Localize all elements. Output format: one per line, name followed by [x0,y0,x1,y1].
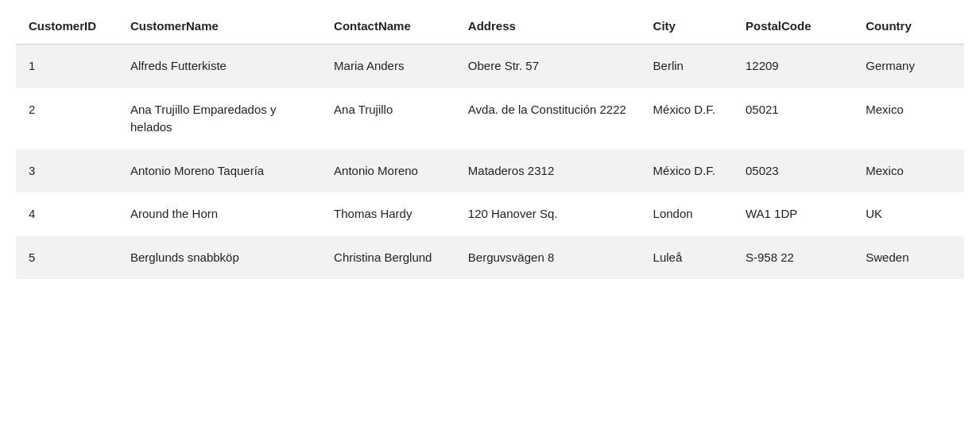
cell-city: México D.F. [641,149,733,193]
col-header-city: City [641,8,733,45]
cell-country: UK [853,192,964,236]
cell-customername: Around the Horn [118,192,321,236]
col-header-country: Country [853,8,964,45]
cell-contactname: Thomas Hardy [321,192,455,236]
cell-contactname: Ana Trujillo [321,88,455,149]
cell-customerid: 3 [16,149,118,193]
cell-customerid: 4 [16,192,118,236]
cell-customername: Berglunds snabbköp [118,236,321,280]
col-header-customerid: CustomerID [16,8,118,45]
cell-postalcode: 12209 [733,45,853,88]
cell-address: Obere Str. 57 [455,45,641,88]
cell-country: Mexico [853,149,964,193]
cell-city: London [641,192,733,236]
cell-address: Berguvsvägen 8 [455,236,641,280]
cell-postalcode: S-958 22 [733,236,853,280]
cell-address: 120 Hanover Sq. [455,192,641,236]
col-header-contactname: ContactName [321,8,455,45]
cell-customerid: 5 [16,236,118,280]
table-row: 1Alfreds FutterkisteMaria AndersObere St… [16,45,964,88]
table-row: 3Antonio Moreno TaqueríaAntonio MorenoMa… [16,149,964,193]
cell-country: Mexico [853,88,964,149]
cell-postalcode: 05021 [733,88,853,149]
table-row: 5Berglunds snabbköpChristina BerglundBer… [16,236,964,280]
cell-country: Sweden [853,236,964,280]
customers-table: CustomerID CustomerName ContactName Addr… [16,8,964,279]
cell-customerid: 1 [16,45,118,88]
cell-postalcode: WA1 1DP [733,192,853,236]
col-header-address: Address [455,8,641,45]
cell-contactname: Christina Berglund [321,236,455,280]
col-header-customername: CustomerName [118,8,321,45]
table-row: 2Ana Trujillo Emparedados y heladosAna T… [16,88,964,149]
cell-customername: Alfreds Futterkiste [118,45,321,88]
cell-contactname: Maria Anders [321,45,455,88]
cell-contactname: Antonio Moreno [321,149,455,193]
cell-customername: Ana Trujillo Emparedados y helados [118,88,321,149]
cell-country: Germany [853,45,964,88]
cell-customerid: 2 [16,88,118,149]
col-header-postalcode: PostalCode [733,8,853,45]
cell-city: Luleå [641,236,733,280]
table-header-row: CustomerID CustomerName ContactName Addr… [16,8,964,45]
cell-city: Berlin [641,45,733,88]
table-row: 4Around the HornThomas Hardy120 Hanover … [16,192,964,236]
cell-city: México D.F. [641,88,733,149]
cell-postalcode: 05023 [733,149,853,193]
cell-customername: Antonio Moreno Taquería [118,149,321,193]
cell-address: Avda. de la Constitución 2222 [455,88,641,149]
cell-address: Mataderos 2312 [455,149,641,193]
